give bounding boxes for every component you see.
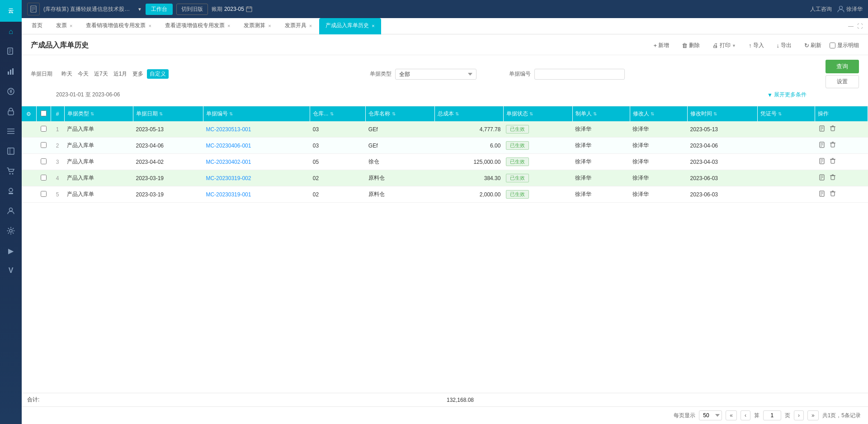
tab-invoice[interactable]: 发票 × — [50, 18, 79, 34]
edit-btn[interactable] — [818, 190, 827, 199]
maximize-icon[interactable]: ⛶ — [857, 23, 863, 29]
tab-close-invoice-calc[interactable]: × — [268, 23, 271, 29]
sidebar-item-money[interactable]: ¥ — [0, 81, 22, 101]
delete-button[interactable]: 🗑 删除 — [677, 40, 704, 51]
cell-checkbox[interactable] — [36, 170, 51, 186]
expand-conditions-btn[interactable]: ▼ 展开更多条件 — [767, 91, 807, 99]
number-link[interactable]: MC-20230513-001 — [206, 126, 251, 133]
sidebar-item-chart[interactable] — [0, 62, 22, 81]
per-page-select[interactable]: 50 20 100 — [699, 410, 722, 420]
row-checkbox[interactable] — [41, 175, 47, 181]
number-link[interactable]: MC-20230319-002 — [206, 175, 251, 181]
delete-row-btn[interactable] — [828, 190, 837, 199]
print-dropdown-icon[interactable]: ▼ — [732, 43, 736, 48]
new-button[interactable]: + 新增 — [649, 40, 674, 51]
col-type[interactable]: 单据类型 ⇅ — [64, 106, 133, 121]
number-link[interactable]: MC-20230402-001 — [206, 159, 251, 165]
tab-close-invoice[interactable]: × — [70, 23, 72, 29]
date-custom[interactable]: 自定义 — [147, 69, 169, 79]
cell-number[interactable]: MC-20230402-001 — [203, 154, 310, 170]
col-voucher[interactable]: 凭证号 ⇅ — [757, 106, 815, 121]
col-status[interactable]: 单据状态 ⇅ — [503, 106, 572, 121]
prev-page-btn[interactable]: ‹ — [741, 410, 750, 420]
col-modifier[interactable]: 修改人 ⇅ — [630, 106, 687, 121]
delete-row-btn[interactable] — [828, 141, 837, 150]
switch-version-button[interactable]: 切到旧版 — [176, 4, 208, 15]
tab-purchase-vat[interactable]: 查看进项增值税专用发票 × — [159, 18, 236, 34]
delete-row-btn[interactable] — [828, 124, 837, 134]
edit-btn[interactable] — [818, 141, 827, 150]
number-link[interactable]: MC-20230319-001 — [206, 191, 251, 198]
sidebar-item-book[interactable] — [0, 141, 22, 161]
cell-checkbox[interactable] — [36, 154, 51, 170]
page-input[interactable] — [763, 410, 781, 420]
date-today[interactable]: 今天 — [76, 69, 90, 79]
cell-checkbox[interactable] — [36, 186, 51, 203]
tab-close-product-history[interactable]: × — [372, 23, 374, 29]
sidebar-item-users[interactable] — [0, 201, 22, 221]
sidebar-item-play[interactable]: ▶ — [0, 241, 22, 261]
help-btn[interactable]: 人工咨询 — [810, 5, 832, 13]
date-yesterday[interactable]: 昨天 — [60, 69, 74, 79]
refresh-button[interactable]: ↻ 刷新 — [800, 40, 826, 51]
col-date[interactable]: 单据日期 ⇅ — [133, 106, 203, 121]
row-checkbox[interactable] — [41, 126, 47, 132]
row-checkbox[interactable] — [41, 191, 47, 197]
col-warehouse-name[interactable]: 仓库名称 ⇅ — [366, 106, 435, 121]
tab-close-sales-vat[interactable]: × — [148, 23, 151, 29]
set-button[interactable]: 设置 — [826, 75, 859, 88]
print-button[interactable]: 🖨 打印 ▼ — [708, 40, 741, 51]
col-warehouse-code[interactable]: 仓库... ⇅ — [310, 106, 366, 121]
number-filter-input[interactable] — [534, 69, 625, 80]
tab-home[interactable]: 首页 — [25, 18, 49, 34]
query-button[interactable]: 查询 — [826, 60, 859, 73]
edit-btn[interactable] — [818, 173, 827, 183]
sidebar-item-stamp[interactable] — [0, 181, 22, 201]
tab-invoice-open[interactable]: 发票开具 × — [278, 18, 318, 34]
edit-btn[interactable] — [818, 124, 827, 134]
export-button[interactable]: ↓ 导出 — [772, 40, 797, 51]
tab-invoice-calc[interactable]: 发票测算 × — [237, 18, 277, 34]
minimize-icon[interactable]: — — [848, 23, 854, 29]
col-checkbox[interactable] — [36, 106, 51, 121]
first-page-btn[interactable]: « — [726, 410, 737, 420]
show-detail-checkbox-label[interactable]: 显示明细 — [830, 42, 859, 49]
col-number[interactable]: 单据编号 ⇅ — [203, 106, 310, 121]
date-more[interactable]: 更多 — [131, 69, 145, 79]
sidebar-item-docs[interactable] — [0, 42, 22, 62]
calendar-icon[interactable] — [246, 6, 252, 12]
row-checkbox[interactable] — [41, 142, 47, 148]
type-filter-select[interactable]: 全部 产品入库单 — [395, 69, 476, 80]
delete-row-btn[interactable] — [828, 173, 837, 183]
cell-number[interactable]: MC-20230513-001 — [203, 121, 310, 138]
sidebar-item-lock[interactable] — [0, 101, 22, 121]
workspace-button[interactable]: 工作台 — [146, 4, 173, 15]
tab-product-history[interactable]: 产成品入库单历史 × — [319, 18, 381, 34]
col-total-cost[interactable]: 总成本 ⇅ — [434, 106, 503, 121]
tab-sales-vat[interactable]: 查看销项增值税专用发票 × — [80, 18, 157, 34]
col-modify-time[interactable]: 修改时间 ⇅ — [688, 106, 758, 121]
row-checkbox[interactable] — [41, 158, 47, 164]
sidebar-item-home[interactable]: ⌂ — [0, 22, 22, 42]
select-all-checkbox[interactable] — [41, 110, 47, 116]
cell-number[interactable]: MC-20230319-002 — [203, 170, 310, 186]
last-page-btn[interactable]: » — [807, 410, 819, 420]
edit-btn[interactable] — [818, 157, 827, 167]
col-settings[interactable]: ⚙ — [22, 106, 36, 121]
next-page-btn[interactable]: › — [794, 410, 804, 420]
sidebar-item-v[interactable]: V — [0, 261, 22, 281]
cell-checkbox[interactable] — [36, 138, 51, 154]
tab-close-invoice-open[interactable]: × — [309, 23, 312, 29]
date-1month[interactable]: 近1月 — [112, 69, 129, 79]
tab-close-purchase-vat[interactable]: × — [227, 23, 230, 29]
delete-row-btn[interactable] — [828, 157, 837, 167]
cell-number[interactable]: MC-20230319-001 — [203, 186, 310, 203]
import-button[interactable]: ↑ 导入 — [744, 40, 769, 51]
date-7days[interactable]: 近7天 — [92, 69, 110, 79]
number-link[interactable]: MC-20230406-001 — [206, 143, 251, 149]
company-dropdown-icon[interactable]: ▼ — [137, 7, 142, 12]
cell-checkbox[interactable] — [36, 121, 51, 138]
cell-number[interactable]: MC-20230406-001 — [203, 138, 310, 154]
sidebar-item-gear[interactable] — [0, 221, 22, 241]
sidebar-item-cart[interactable] — [0, 161, 22, 181]
